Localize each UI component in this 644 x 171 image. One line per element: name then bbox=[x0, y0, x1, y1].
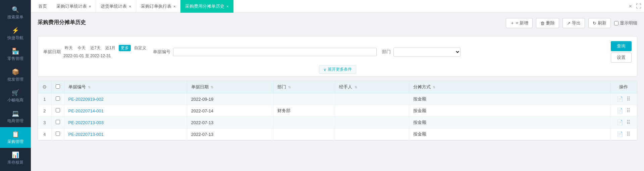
wholesale-mgmt-icon: 📦 bbox=[1, 68, 30, 76]
main-area: 首页 采购订单统计表 × 进货单统计表 × 采购订单执行表 × 采购费用分摊单历… bbox=[31, 0, 644, 171]
tab-close-purchase-order-exec[interactable]: × bbox=[173, 4, 175, 8]
sidebar-item-capital-mgmt[interactable]: 💰资金管理 bbox=[0, 169, 31, 171]
row-more-icon-4[interactable]: ⠿ bbox=[627, 131, 630, 137]
doc-no-link-3[interactable]: PE-20220713-003 bbox=[68, 120, 104, 125]
search-button[interactable]: 查询 bbox=[611, 41, 632, 51]
export-button[interactable]: ↗ 导出 bbox=[562, 18, 585, 28]
row-dept-3 bbox=[273, 117, 335, 129]
row-doc-date-2: 2022-07-14 bbox=[187, 105, 273, 117]
data-table: ⚙ 单据编号 ⇅ 单据日期 ⇅ bbox=[38, 81, 637, 140]
row-handler-2 bbox=[335, 105, 409, 117]
row-check-3[interactable] bbox=[56, 120, 60, 124]
doc-no-link-1[interactable]: PE-20220919-002 bbox=[68, 97, 104, 102]
shortcut-7days[interactable]: 近7天 bbox=[89, 45, 102, 51]
sort-doc-no-icon[interactable]: ⇅ bbox=[88, 85, 91, 89]
doc-no-input[interactable] bbox=[173, 48, 376, 56]
row-check-4[interactable] bbox=[56, 132, 60, 136]
sort-handler-icon[interactable]: ⇅ bbox=[355, 85, 357, 89]
doc-no-link-4[interactable]: PE-20220713-001 bbox=[68, 132, 104, 137]
tab-bar-right: × ⛶ bbox=[629, 3, 641, 9]
tab-purchase-cost-history[interactable]: 采购费用分摊单历史 × bbox=[180, 0, 233, 13]
row-edit-icon-1[interactable]: 📄 bbox=[617, 96, 623, 102]
row-checkbox-2 bbox=[51, 105, 64, 117]
sidebar-item-wholesale-mgmt[interactable]: 📦批发管理 bbox=[0, 65, 31, 86]
dept-label: 部门 bbox=[382, 49, 391, 55]
delete-icon: 🗑 bbox=[540, 21, 545, 26]
shortcut-yesterday[interactable]: 昨天 bbox=[63, 45, 74, 51]
row-split-method-3: 按金额 bbox=[409, 117, 610, 129]
doc-no-label: 单据编号 bbox=[153, 49, 170, 55]
dept-field: 部门 bbox=[382, 48, 605, 57]
row-handler-4 bbox=[335, 129, 409, 140]
tab-label: 采购订单执行表 bbox=[141, 3, 171, 9]
close-window-icon[interactable]: × bbox=[629, 3, 632, 9]
tab-home[interactable]: 首页 bbox=[34, 3, 52, 9]
sidebar-item-inventory[interactable]: 📊库存核算 bbox=[0, 148, 31, 169]
sort-doc-date-icon[interactable]: ⇅ bbox=[211, 85, 213, 89]
settings-button[interactable]: 设置 bbox=[611, 53, 632, 63]
delete-button[interactable]: 🗑 删除 bbox=[536, 18, 559, 28]
tab-close-goods-import-stats[interactable]: × bbox=[129, 4, 131, 8]
shortcut-custom[interactable]: 自定义 bbox=[133, 45, 148, 51]
row-checkbox-1 bbox=[51, 93, 64, 105]
shortcut-more[interactable]: 更多 bbox=[119, 45, 131, 51]
expand-conditions-button[interactable]: ∨ 展开更多条件 bbox=[319, 65, 356, 74]
row-edit-icon-2[interactable]: 📄 bbox=[617, 108, 623, 113]
row-num-2: 2 bbox=[38, 105, 51, 117]
row-more-icon-2[interactable]: ⠿ bbox=[627, 108, 630, 113]
row-check-1[interactable] bbox=[56, 96, 60, 101]
table-row: 4 PE-20220713-001 2022-07-13 按金额 📄 ⠿ bbox=[38, 129, 637, 140]
tab-label: 进货单统计表 bbox=[101, 3, 127, 9]
expand-row: ∨ 展开更多条件 bbox=[43, 65, 632, 74]
show-bright-label[interactable]: 显示明细 bbox=[614, 20, 637, 26]
row-doc-date-4: 2022-07-13 bbox=[187, 129, 273, 140]
row-more-icon-3[interactable]: ⠿ bbox=[627, 119, 630, 125]
retail-mgmt-icon: 🏪 bbox=[1, 48, 30, 55]
date-field: 单据日期 昨天 今天 近7天 近1月 更多 自定义 2022-01-01 至 2… bbox=[43, 45, 148, 59]
tab-close-purchase-order-stats[interactable]: × bbox=[89, 4, 91, 8]
gear-icon[interactable]: ⚙ bbox=[42, 84, 47, 90]
show-bright-checkbox[interactable] bbox=[614, 21, 619, 25]
row-more-icon-1[interactable]: ⠿ bbox=[627, 96, 630, 102]
row-num-3: 3 bbox=[38, 117, 51, 129]
sidebar-item-retail-mgmt[interactable]: 🏪零售管理 bbox=[0, 44, 31, 65]
page-title: 采购费用分摊单历史 bbox=[38, 19, 86, 26]
sort-split-method-icon[interactable]: ⇅ bbox=[433, 85, 435, 89]
quick-nav-icon: ⚡ bbox=[1, 27, 30, 34]
tab-close-purchase-cost-history[interactable]: × bbox=[226, 4, 228, 8]
sidebar-item-mini-ecommerce[interactable]: 🛒小畅电商 bbox=[0, 86, 31, 106]
tab-purchase-order-exec[interactable]: 采购订单执行表 × bbox=[136, 0, 180, 13]
row-dept-1 bbox=[273, 93, 335, 105]
sort-dept-icon[interactable]: ⇅ bbox=[288, 85, 291, 89]
tab-goods-import-stats[interactable]: 进货单统计表 × bbox=[96, 0, 136, 13]
col-gear: ⚙ bbox=[38, 81, 51, 93]
row-doc-no-3: PE-20220713-003 bbox=[64, 117, 187, 129]
shortcut-1month[interactable]: 近1月 bbox=[104, 45, 117, 51]
tab-label: 采购订单统计表 bbox=[56, 3, 87, 9]
shortcut-today[interactable]: 今天 bbox=[76, 45, 87, 51]
row-edit-icon-3[interactable]: 📄 bbox=[617, 119, 623, 125]
add-button[interactable]: ＋ + 新增 bbox=[506, 18, 533, 28]
fullscreen-icon[interactable]: ⛶ bbox=[636, 3, 641, 9]
sidebar-item-quick-nav[interactable]: ⚡快捷导航 bbox=[0, 23, 31, 44]
sidebar-item-purchase-mgmt[interactable]: 📋采购管理 bbox=[0, 127, 31, 148]
date-shortcuts: 昨天 今天 近7天 近1月 更多 自定义 bbox=[63, 45, 148, 51]
sidebar-item-search-menu[interactable]: 🔍搜索菜单 bbox=[0, 3, 31, 23]
row-split-method-2: 按金额 bbox=[409, 105, 610, 117]
sidebar-item-ecommerce-mgmt[interactable]: 💻电商管理 bbox=[0, 106, 31, 127]
row-edit-icon-4[interactable]: 📄 bbox=[617, 131, 623, 137]
refresh-button[interactable]: ↻ 刷新 bbox=[588, 18, 611, 28]
dept-select[interactable] bbox=[393, 48, 461, 57]
select-all-checkbox[interactable] bbox=[56, 84, 60, 89]
col-handler: 经手人 ⇅ bbox=[335, 81, 409, 93]
tab-purchase-order-stats[interactable]: 采购订单统计表 × bbox=[52, 0, 96, 13]
export-icon: ↗ bbox=[567, 21, 571, 26]
inventory-icon: 📊 bbox=[1, 151, 30, 159]
tab-bar: 首页 采购订单统计表 × 进货单统计表 × 采购订单执行表 × 采购费用分摊单历… bbox=[31, 0, 644, 13]
row-check-2[interactable] bbox=[56, 108, 60, 112]
row-num-1: 1 bbox=[38, 93, 51, 105]
search-area: 单据日期 昨天 今天 近7天 近1月 更多 自定义 2022-01-01 至 2… bbox=[38, 36, 637, 77]
doc-no-link-2[interactable]: PE-20220714-001 bbox=[68, 108, 104, 113]
purchase-mgmt-icon: 📋 bbox=[1, 131, 30, 138]
row-checkbox-4 bbox=[51, 129, 64, 140]
